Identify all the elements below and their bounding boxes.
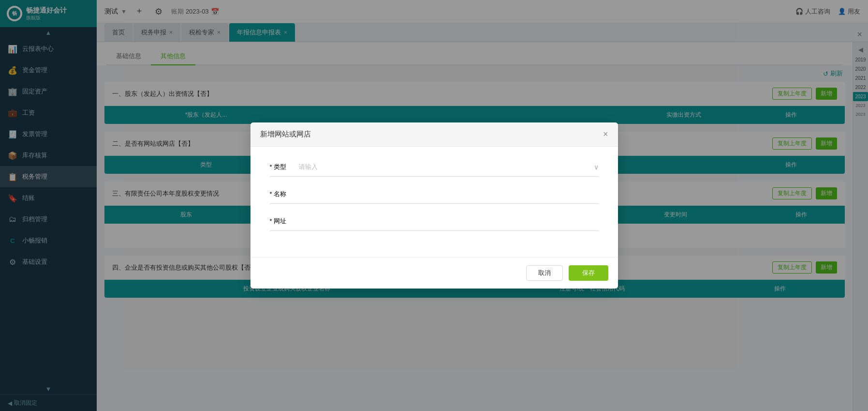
form-label-url: * 网址 xyxy=(270,217,299,226)
form-row-url: * 网址 xyxy=(270,215,599,231)
required-marker-type: * xyxy=(270,163,272,170)
dialog-add-website: 新增网站或网店 × * 类型 ∨ * xyxy=(250,122,618,289)
form-label-name: * 名称 xyxy=(270,190,299,198)
form-field-type: * 类型 ∨ xyxy=(270,161,599,177)
form-row-name: * 名称 xyxy=(270,188,599,204)
dropdown-icon-type[interactable]: ∨ xyxy=(594,163,599,171)
dialog-header: 新增网站或网店 × xyxy=(250,122,618,147)
dialog-title: 新增网站或网店 xyxy=(260,130,311,139)
dialog-close-button[interactable]: × xyxy=(603,129,608,139)
label-type-text: 类型 xyxy=(274,163,286,170)
form-row-type: * 类型 ∨ xyxy=(270,161,599,177)
form-field-name: * 名称 xyxy=(270,188,599,204)
cancel-button[interactable]: 取消 xyxy=(526,265,563,281)
form-label-type: * 类型 xyxy=(270,163,299,171)
save-button[interactable]: 保存 xyxy=(569,265,608,281)
dialog-overlay[interactable]: 新增网站或网店 × * 类型 ∨ * xyxy=(0,0,868,411)
dialog-footer: 取消 保存 xyxy=(250,257,618,289)
required-marker-name: * xyxy=(270,190,272,198)
form-field-url: * 网址 xyxy=(270,215,599,231)
required-marker-url: * xyxy=(270,217,272,225)
label-url-text: 网址 xyxy=(274,217,286,225)
label-name-text: 名称 xyxy=(274,190,286,198)
input-url[interactable] xyxy=(299,215,599,227)
input-name[interactable] xyxy=(299,188,599,199)
dialog-body: * 类型 ∨ * 名称 xyxy=(250,147,618,257)
input-type[interactable] xyxy=(299,161,594,172)
